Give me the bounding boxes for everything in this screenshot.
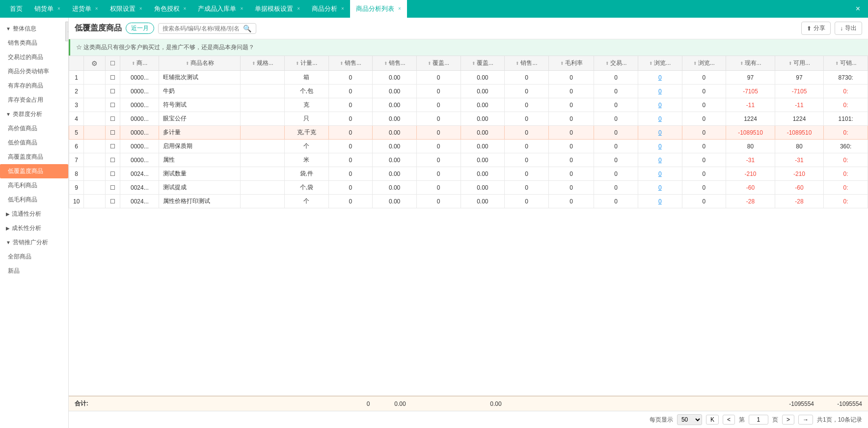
row-checkbox[interactable]: ☐ [106,126,120,140]
sidebar-item-low-value[interactable]: 低价值商品 [0,136,68,150]
sidebar-item-all-products[interactable]: 全部商品 [0,250,68,264]
sidebar-item-new-products[interactable]: 新品 [0,264,68,278]
col-current[interactable]: 现有... [726,56,775,71]
sidebar-item-high-margin[interactable]: 高毛利商品 [0,178,68,193]
nav-tab-product-analysis[interactable]: 商品分析 × [306,0,350,18]
row-gross: 0 [548,195,594,208]
col-spec[interactable]: 规格... [241,56,285,71]
col-available[interactable]: 可用... [775,56,823,71]
sidebar-item-high-value[interactable]: 高价值商品 [0,121,68,136]
col-settings[interactable]: ⚙ [84,56,106,71]
col-code[interactable]: 商... [120,56,159,71]
row-browse1[interactable]: 0 [638,98,682,112]
export-icon: ↓ [840,25,843,32]
sidebar-section-overall[interactable]: ▼ 整体信息 [0,22,68,36]
row-browse1[interactable]: 0 [638,195,682,208]
nav-tab-purchase[interactable]: 进货单 × [66,0,104,18]
search-icon[interactable]: 🔍 [243,25,251,32]
close-icon[interactable]: × [240,0,243,18]
row-checkbox[interactable]: ☐ [106,167,120,181]
page-number-input[interactable] [749,415,768,425]
table-wrapper[interactable]: ⚙ ☐ 商... 商品名称 规格... 计量... 销售... 销售... 覆盖… [69,56,868,396]
sidebar-item-stocked-products[interactable]: 有库存的商品 [0,79,68,93]
sidebar-item-inventory-capital[interactable]: 库存资金占用 [0,93,68,107]
export-button[interactable]: ↓ 导出 [835,22,862,35]
sidebar-item-low-coverage[interactable]: 低覆盖度商品 [0,164,68,178]
row-available: 80 [775,140,823,153]
nav-tab-template[interactable]: 单据模板设置 × [249,0,306,18]
row-browse1[interactable]: 0 [638,167,682,181]
row-checkbox[interactable]: ☐ [106,153,120,167]
sidebar-item-sales-products[interactable]: 销售类商品 [0,36,68,50]
row-number: 9 [69,181,84,195]
close-icon[interactable]: × [398,0,401,18]
sidebar-section-liquidity[interactable]: ▶ 流通性分析 [0,207,68,221]
row-browse1[interactable]: 0 [638,126,682,140]
prev-page-button[interactable]: < [723,415,735,425]
sidebar-item-traded-products[interactable]: 交易过的商品 [0,50,68,64]
next-page-button[interactable]: > [782,415,794,425]
row-checkbox[interactable]: ☐ [106,85,120,98]
row-sales3: 0 [505,85,549,98]
col-sellable[interactable]: 可销... [824,56,868,71]
col-name[interactable]: 商品名称 [159,56,241,71]
col-browse1[interactable]: 浏览... [638,56,682,71]
row-checkbox[interactable]: ☐ [106,98,120,112]
row-browse1[interactable]: 0 [638,153,682,167]
row-browse2: 0 [682,71,726,85]
nav-tab-product-entry[interactable]: 产成品入库单 × [192,0,249,18]
sidebar-section-group[interactable]: ▼ 类群度分析 [0,107,68,121]
col-trade[interactable]: 交易... [594,56,638,71]
row-checkbox[interactable]: ☐ [106,140,120,153]
sidebar-section-marketing[interactable]: ▼ 营销推广分析 [0,235,68,250]
col-checkbox[interactable]: ☐ [106,56,120,71]
close-icon[interactable]: × [95,0,98,18]
nav-tab-sales[interactable]: 销货单 × [28,0,66,18]
row-browse1[interactable]: 0 [638,85,682,98]
row-spec [241,195,285,208]
row-checkbox[interactable]: ☐ [106,195,120,208]
first-page-button[interactable]: K [706,415,719,425]
nav-tab-roles[interactable]: 角色授权 × [148,0,192,18]
page-size-select[interactable]: 50 100 200 [677,414,702,425]
sidebar-collapse-button[interactable]: « [65,22,69,41]
settings-icon[interactable]: ⚙ [91,59,98,67]
row-cover1: 0 [416,85,461,98]
row-sellable: 0: [824,98,868,112]
row-browse1[interactable]: 0 [638,181,682,195]
row-browse1[interactable]: 0 [638,71,682,85]
row-browse1[interactable]: 0 [638,140,682,153]
sidebar-item-category-rate[interactable]: 商品分类动销率 [0,64,68,79]
nav-tab-home[interactable]: 首页 [4,0,28,18]
close-icon[interactable]: × [139,0,142,18]
search-input[interactable] [163,25,241,32]
close-icon[interactable]: × [184,0,187,18]
top-nav: 首页 销货单 × 进货单 × 权限设置 × 角色授权 × 产成品入库单 × 单据… [0,0,868,18]
row-checkbox[interactable]: ☐ [106,181,120,195]
share-button[interactable]: ⬆ 分享 [801,22,831,35]
date-filter-button[interactable]: 近一月 [126,23,154,34]
last-page-button[interactable]: → [798,415,813,425]
col-unit[interactable]: 计量... [284,56,328,71]
sidebar-section-growth[interactable]: ▶ 成长性分析 [0,221,68,235]
content-header: 低覆盖度商品 近一月 🔍 ⬆ 分享 ↓ 导出 [69,18,868,39]
nav-tab-permissions[interactable]: 权限设置 × [104,0,148,18]
row-checkbox[interactable]: ☐ [106,71,120,85]
row-checkbox[interactable]: ☐ [106,112,120,126]
sidebar-item-low-margin[interactable]: 低毛利商品 [0,193,68,207]
close-icon[interactable]: × [341,0,344,18]
col-cover2[interactable]: 覆盖... [461,56,505,71]
sidebar-item-high-coverage[interactable]: 高覆盖度商品 [0,150,68,164]
col-sales2[interactable]: 销售... [373,56,417,71]
close-all-button[interactable]: × [852,4,864,13]
col-sales1[interactable]: 销售... [328,56,373,71]
row-browse1[interactable]: 0 [638,112,682,126]
nav-tab-product-analysis-list[interactable]: 商品分析列表 × [350,0,407,18]
chevron-icon: ▼ [6,26,11,31]
close-icon[interactable]: × [297,0,300,18]
col-sales3[interactable]: 销售... [505,56,549,71]
col-browse2[interactable]: 浏览... [682,56,726,71]
col-cover1[interactable]: 覆盖... [416,56,461,71]
col-gross[interactable]: 毛利率 [548,56,594,71]
close-icon[interactable]: × [57,0,60,18]
